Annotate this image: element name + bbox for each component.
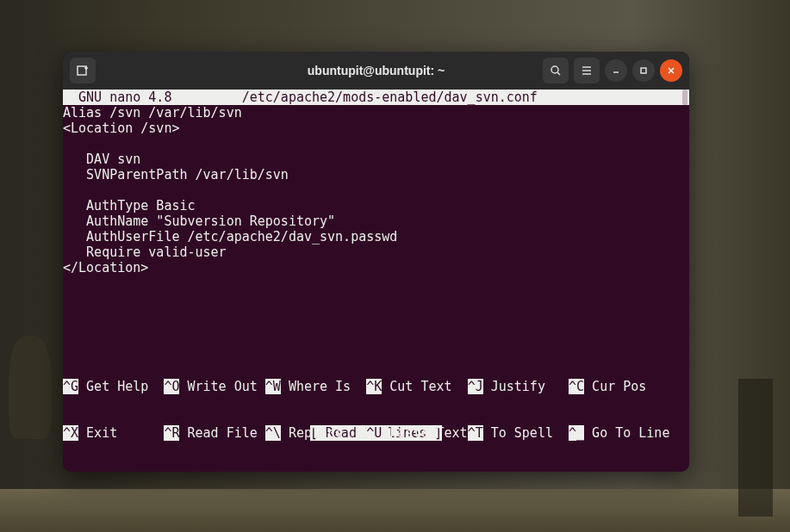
shortcut-label: Get Help <box>78 379 164 394</box>
svg-rect-9 <box>641 68 646 73</box>
search-button[interactable] <box>543 58 569 84</box>
shortcut-key: ^U <box>366 425 382 441</box>
shortcut: ^G Get Help <box>63 379 164 394</box>
desktop-background-shape <box>738 379 773 517</box>
desktop-background-shape <box>9 336 52 439</box>
shortcut-label: Go To Line <box>584 425 669 441</box>
minimize-button[interactable] <box>605 59 627 82</box>
shortcut: ^U Paste Text <box>366 425 467 441</box>
shortcut: ^K Cut Text <box>366 379 467 394</box>
shortcut-key: ^K <box>366 379 382 394</box>
shortcut-label: Where Is <box>281 379 366 394</box>
shortcut-key: ^O <box>164 379 179 394</box>
new-tab-button[interactable] <box>70 58 96 84</box>
shortcut-key: ^W <box>265 379 281 394</box>
shortcut-label: Cur Pos <box>584 379 646 394</box>
svg-line-4 <box>557 72 560 75</box>
shortcut: ^X Exit <box>63 425 164 441</box>
shortcut: ^C Cur Pos <box>569 379 646 394</box>
shortcut-label: Justify <box>483 379 569 394</box>
shortcut-key: ^_ <box>569 425 584 441</box>
shortcut-key: ^T <box>468 425 483 441</box>
shortcut-key: ^X <box>63 425 78 441</box>
nano-filename: /etc/apache2/mods-enabled/dav_svn.conf <box>242 90 538 105</box>
shortcut: ^T To Spell <box>468 425 569 441</box>
shortcut-label: Cut Text <box>382 379 467 394</box>
menu-button[interactable] <box>574 58 600 84</box>
svg-point-3 <box>551 66 558 73</box>
shortcut-label: Paste Text <box>382 425 467 441</box>
shortcut: ^W Where Is <box>265 379 366 394</box>
shortcut-label: Read File <box>179 425 264 441</box>
shortcut: ^O Write Out <box>164 379 264 394</box>
shortcuts-bar: ^G Get Help ^O Write Out ^W Where Is ^K … <box>63 348 689 472</box>
shortcut-label: Exit <box>78 425 164 441</box>
shortcut: ^\ Replace <box>265 425 366 441</box>
shortcut: ^_ Go To Line <box>569 425 669 441</box>
close-button[interactable] <box>660 59 682 82</box>
shortcut-key: ^G <box>63 379 78 394</box>
editor-content[interactable]: Alias /svn /var/lib/svn <Location /svn> … <box>63 105 689 275</box>
shortcut-label: Replace <box>281 425 366 441</box>
nano-version: GNU nano 4.8 <box>78 90 171 105</box>
shortcut-label: Write Out <box>179 379 264 394</box>
desktop-background-floor <box>0 489 790 532</box>
shortcut-key: ^J <box>468 379 483 394</box>
terminal-body[interactable]: GNU nano 4.8 /etc/apache2/mods-enabled/d… <box>63 90 689 472</box>
shortcut-label: To Spell <box>483 425 569 441</box>
terminal-window: ubuntupit@ubuntupit: ~ GNU nano 4.8 /etc… <box>63 52 689 472</box>
maximize-button[interactable] <box>632 59 655 82</box>
shortcut: ^R Read File <box>164 425 264 441</box>
shortcut-key: ^R <box>164 425 179 441</box>
shortcut-key: ^\ <box>265 425 281 441</box>
titlebar[interactable]: ubuntupit@ubuntupit: ~ <box>63 52 689 90</box>
nano-header: GNU nano 4.8 /etc/apache2/mods-enabled/d… <box>63 90 689 105</box>
shortcut: ^J Justify <box>468 379 569 394</box>
shortcut-key: ^C <box>569 379 584 394</box>
scrollbar-thumb[interactable] <box>682 90 687 105</box>
